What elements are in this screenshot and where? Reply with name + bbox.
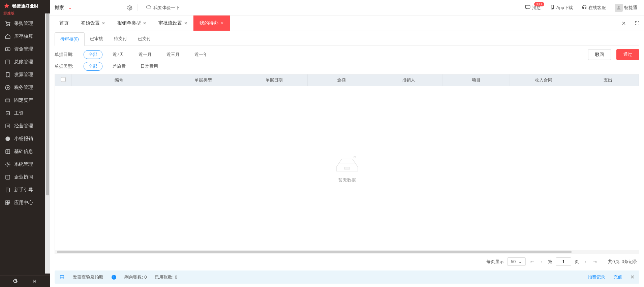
per-page-select[interactable]: 50 ⌄ <box>507 257 526 266</box>
tab-my-todo[interactable]: 我的待办✕ <box>193 15 230 31</box>
sidebar-item-base[interactable]: 基础信息 <box>0 145 50 158</box>
tab-home[interactable]: 首页 <box>53 15 75 31</box>
close-icon[interactable]: ✕ <box>143 21 146 26</box>
svg-point-17 <box>129 7 131 8</box>
column-header-amount[interactable]: 金额 <box>308 74 375 86</box>
reject-button[interactable]: 驳回 <box>588 49 611 60</box>
message-badge: 99 + <box>534 2 544 6</box>
cart-icon <box>5 21 11 27</box>
home-icon <box>5 33 11 39</box>
svg-rect-15 <box>8 201 10 202</box>
info-icon[interactable]: i <box>112 275 116 280</box>
date-pill-1y[interactable]: 近一年 <box>190 51 212 59</box>
sidebar-item-system[interactable]: 系统管理 <box>0 158 50 171</box>
horizontal-scroll-thumb[interactable] <box>57 251 572 253</box>
tab-init-settings[interactable]: 初始设置✕ <box>75 15 111 31</box>
message-icon <box>525 4 531 11</box>
tab-label: 首页 <box>59 20 69 26</box>
column-header-person[interactable]: 报销人 <box>375 74 442 86</box>
approve-button[interactable]: 通过 <box>616 49 639 60</box>
sidebar-item-label: 采购管理 <box>14 21 33 27</box>
sidebar-item-salary[interactable]: 工资 <box>0 107 50 120</box>
next-page-button[interactable]: › <box>582 259 588 264</box>
tab-label: 我的待办 <box>200 20 218 26</box>
footer-title: 发票查验及拍照 <box>73 274 103 280</box>
close-icon[interactable]: ✕ <box>102 21 105 26</box>
column-header-type[interactable]: 单据类型 <box>166 74 240 86</box>
subtab-pending-pay[interactable]: 待支付 <box>109 32 132 45</box>
download-button[interactable]: App下载 <box>548 4 575 11</box>
guide-icon <box>5 187 11 193</box>
sidebar-item-label: 税务管理 <box>14 85 33 91</box>
subtab-reviewed[interactable]: 已审核 <box>85 32 109 45</box>
last-page-button[interactable]: ⇥ <box>592 259 598 264</box>
sidebar-brand: 畅捷通好业财 <box>0 0 50 11</box>
sidebar-item-appcenter[interactable]: 应用中心 <box>0 196 50 209</box>
close-icon[interactable]: ✕ <box>220 21 224 26</box>
support-label: 在线客服 <box>588 5 606 11</box>
svg-point-9 <box>5 136 10 141</box>
sidebar-item-purchase[interactable]: 采购管理 <box>0 17 50 30</box>
expense-icon <box>5 136 11 142</box>
tab-expense-type[interactable]: 报销单类型✕ <box>111 15 152 31</box>
sidebar-scrollbar[interactable] <box>45 13 50 274</box>
column-header-number[interactable]: 编号 <box>72 74 166 86</box>
date-pill-1m[interactable]: 近一月 <box>134 51 156 59</box>
date-pill-all[interactable]: 全部 <box>84 50 102 59</box>
settings-gear-button[interactable] <box>5 278 25 284</box>
brand-text: 畅捷通好业财 <box>12 3 38 9</box>
collapse-sidebar-button[interactable] <box>25 278 45 284</box>
svg-rect-18 <box>525 5 530 8</box>
gear-icon[interactable] <box>127 5 133 11</box>
sidebar-item-label: 资金管理 <box>14 46 33 52</box>
collab-icon <box>5 174 11 180</box>
column-header-project[interactable]: 项目 <box>442 74 510 86</box>
close-all-tabs-button[interactable] <box>617 15 631 31</box>
subtab-pending-review[interactable]: 待审核(0) <box>55 32 85 46</box>
type-pill-all[interactable]: 全部 <box>84 62 102 71</box>
org-selector[interactable]: 搬家 ⌄ <box>55 5 122 11</box>
type-pill-daily[interactable]: 日常费用 <box>136 62 163 70</box>
sidebar-item-guide[interactable]: 新手引导 <box>0 184 50 196</box>
data-table: 编号 单据类型 单据日期 金额 报销人 项目 收入合同 支出 暂无数据 <box>55 74 639 254</box>
table-header-row: 编号 单据类型 单据日期 金额 报销人 项目 收入合同 支出 <box>55 74 639 86</box>
sidebar-item-invoice[interactable]: 发票管理 <box>0 68 50 81</box>
chevron-down-icon: ⌄ <box>68 5 72 10</box>
sidebar-item-biz[interactable]: 经营管理 <box>0 120 50 132</box>
filter-type-label: 单据类型: <box>55 63 78 69</box>
select-all-checkbox[interactable] <box>61 77 66 82</box>
sidebar-item-inventory[interactable]: 库存核算 <box>0 30 50 43</box>
date-pill-3m[interactable]: 近三月 <box>162 51 184 59</box>
column-header-expense[interactable]: 支出 <box>577 74 639 86</box>
sidebar-item-collab[interactable]: 企业协同 <box>0 171 50 184</box>
type-pill-travel[interactable]: 差旅费 <box>108 62 130 70</box>
sidebar-item-expense[interactable]: 小畅报销 <box>0 132 50 145</box>
recharge-link[interactable]: 充值 <box>613 274 622 280</box>
close-icon[interactable]: ✕ <box>184 21 187 26</box>
sidebar-scroll-thumb[interactable] <box>46 13 49 195</box>
sidebar-item-label: 库存核算 <box>14 33 33 39</box>
sidebar-item-asset[interactable]: 固定资产 <box>0 94 50 107</box>
message-button[interactable]: 消息 99 + <box>523 4 543 11</box>
support-button[interactable]: 在线客服 <box>580 4 608 11</box>
sidebar-item-tax[interactable]: 税务管理 <box>0 81 50 94</box>
sidebar-item-fund[interactable]: 资金管理 <box>0 43 50 56</box>
deduct-records-link[interactable]: 扣费记录 <box>588 274 605 280</box>
column-header-date[interactable]: 单据日期 <box>240 74 308 86</box>
horizontal-scrollbar[interactable] <box>55 250 639 254</box>
date-pill-7d[interactable]: 近7天 <box>108 51 128 59</box>
user-menu[interactable]: 畅捷通 <box>613 4 639 12</box>
fullscreen-button[interactable] <box>631 15 644 31</box>
subtab-paid[interactable]: 已支付 <box>132 32 156 45</box>
invoice-icon <box>5 72 11 78</box>
close-icon[interactable]: ✕ <box>630 274 635 280</box>
tab-approval-flow[interactable]: 审批流设置✕ <box>152 15 193 31</box>
first-page-button[interactable]: ⇤ <box>529 259 535 264</box>
try-experience-link[interactable]: 我要体验一下 <box>146 4 180 11</box>
prev-page-button[interactable]: ‹ <box>539 259 545 264</box>
column-header-income-contract[interactable]: 收入合同 <box>510 74 577 86</box>
sidebar-item-label: 系统管理 <box>14 161 33 167</box>
download-label: App下载 <box>556 5 573 11</box>
sidebar-item-ledger[interactable]: 总账管理 <box>0 56 50 68</box>
page-number-input[interactable] <box>556 257 571 266</box>
